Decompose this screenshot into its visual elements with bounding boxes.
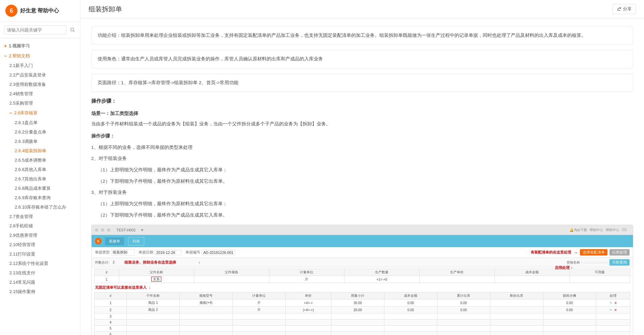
sim-assembly-btn[interactable]: 选择装配清单 <box>580 249 607 256</box>
sim-app-header: 6 新建单 列表 <box>92 235 633 247</box>
sidebar-item-s2[interactable]: − 2.帮助文档 <box>0 51 80 61</box>
sidebar-item-s1[interactable]: + 1.视频学习 <box>0 41 80 51</box>
app-logo: 6 <box>5 5 17 17</box>
sim-no-label: 单据编号 <box>185 250 200 255</box>
info-block-role: 使用角色：通常由生产人员或库管人员完成拆装业务的操作，库管人员确认原材料的出库和… <box>91 50 633 68</box>
sidebar-item-s2-13[interactable]: 2.13在线支付 <box>9 268 80 278</box>
expand-icon-s1: + <box>4 43 7 49</box>
sidebar-item-s2-6-8[interactable]: 2.6.8商品成本重算 <box>15 184 80 193</box>
sim-sub-label: 件数合计: <box>95 260 109 265</box>
search-button[interactable] <box>68 25 76 35</box>
sim-col-avail: 可用量 <box>570 269 630 276</box>
arrow-right-icon: → <box>573 250 578 255</box>
info-block-intro: 功能介绍：组装拆卸单用来处理企业组装或拆卸等加工业务，支持有固定装配清单的产品加… <box>91 26 633 45</box>
steps-title: 操作步骤： <box>91 132 633 141</box>
sim-date-label: 单据日期 <box>139 250 153 255</box>
scene1-desc: 当由多个子件材料组装成一个成品的业务为【组装】业务，当由一个父件拆分成多个子产品… <box>91 120 633 128</box>
sim-col-qty: 生产数量 <box>344 269 419 276</box>
sim-browser-bar: TEST-H002 ▼ 🔔 App下载 帮助中心 帮助中心 CC <box>92 225 633 235</box>
sim-search-field[interactable] <box>581 262 608 263</box>
nav-list: + 1.视频学习 − 2.帮助文档 2.1新手入门 2.2产品安装及登录 2.3… <box>0 38 80 335</box>
operations-title: 操作步骤： <box>91 98 633 104</box>
sidebar-item-s2-7[interactable]: 2.7资金管理 <box>9 212 80 221</box>
sim-app-logo: 6 <box>95 238 102 244</box>
sim-lower-table-container: # 子件名称 规格型号 计量单位 单价 用量小计 成本金额 累计出库 剩余出库 … <box>92 291 633 335</box>
sim-lower-table: # 子件名称 规格型号 计量单位 单价 用量小计 成本金额 累计出库 剩余出库 … <box>94 292 630 335</box>
sidebar-item-s2-6-9[interactable]: 2.6.9库存账本查询 <box>15 193 80 203</box>
topbar: 组装拆卸单 分享 <box>80 0 644 18</box>
table-row: 1 关系 片 +1=-+0 <box>95 276 630 283</box>
sim-delete-icon2[interactable]: ✕ <box>614 308 617 312</box>
sidebar-item-s2-6[interactable]: − 2.6库存核算 <box>9 108 80 118</box>
sidebar-item-s2-12[interactable]: 2.12系统个性化设置 <box>9 259 80 268</box>
table-row: 6 <box>95 332 630 335</box>
sidebar-item-s2-14[interactable]: 2.14常见问题 <box>9 278 80 287</box>
sidebar: 6 好生意 帮助中心 + 1.视频学习 − 2.帮助文档 2.1新手入门 2 <box>0 0 80 335</box>
search-input[interactable] <box>4 25 66 35</box>
sim-col-price: 生产单价 <box>419 269 494 276</box>
table-row: 4 <box>95 320 630 326</box>
table-row: 1 商品 1 规格(+4) 片 +4=-+ 30.00 0.00 0.00 0.… <box>95 299 630 306</box>
sidebar-subsection-s2: 2.1新手入门 2.2产品安装及登录 2.3使用前数据准备 2.4销售管理 2.… <box>0 61 80 296</box>
sim-sub-val: 3 <box>113 261 115 264</box>
sidebar-section-s2: − 2.帮助文档 2.1新手入门 2.2产品安装及登录 2.3使用前数据准备 2… <box>0 51 80 296</box>
main-content: 组装拆卸单 分享 功能介绍：组装拆卸单用来处理企业组装或拆卸等加工业务，支持有固… <box>80 0 644 335</box>
share-button[interactable]: 分享 <box>612 4 636 14</box>
scene1-title: 场景一：加工类型选择 <box>91 109 633 118</box>
step1: 1、根据不同的业务，选择不同单据的类型来处理 <box>91 143 633 152</box>
info-block-path: 页面路径：1、库存核算->库存管理->组装拆卸单 2、首页->常用功能 <box>91 74 633 92</box>
svg-line-1 <box>73 31 74 32</box>
sidebar-item-label-s2: 2.帮助文档 <box>9 53 30 59</box>
sim-search-field-label: 货物名称 <box>567 260 580 265</box>
sim-action-btn[interactable]: 出库处理 <box>609 249 630 256</box>
table-row: 2 商品 2 片 (+4=-+) 20.00 0.00 0.00 0.00 <box>95 306 630 314</box>
sim-date-value[interactable]: 2019-12-26 <box>155 250 181 255</box>
sidebar-item-s2-10[interactable]: 2.10经营管理 <box>9 240 80 249</box>
search-area <box>0 22 80 38</box>
sim-subheader: 件数合计: 3 组装业务、拆卸业务在这里选择 ↑ 货物名称 关联查询 启用处理 <box>92 258 633 267</box>
step3-1: （1）上部明细为父件明细，最终作为原材料生成其它出库单； <box>91 200 633 208</box>
sim-type-value[interactable]: 组装拆卸 <box>111 249 135 256</box>
sidebar-item-s2-6-10[interactable]: 2.6.10库存账本错了怎么办 <box>15 203 80 212</box>
sim-no-value[interactable]: AD-20191226-001 <box>202 250 235 255</box>
sidebar-item-s2-1[interactable]: 2.1新手入门 <box>9 61 80 70</box>
sidebar-item-s2-6-2[interactable]: 2.6.2分量盘点单 <box>15 127 80 137</box>
app-title: 好生意 帮助中心 <box>20 7 59 14</box>
annotation3: 组装业务、拆卸业务在这里选择 <box>124 260 176 265</box>
arrow-up-icon: ↑ <box>198 261 200 265</box>
sim-tab-list[interactable]: 列表 <box>128 237 144 245</box>
sidebar-item-s2-6-5[interactable]: 2.6.5成本调整单 <box>15 156 80 165</box>
sidebar-item-s2-9[interactable]: 2.9优惠券管理 <box>9 231 80 240</box>
sidebar-item-s2-6-1[interactable]: 2.6.1盘点单 <box>15 118 80 127</box>
sidebar-item-s2-6-4[interactable]: 2.6.4组装拆卸单 <box>15 146 80 156</box>
sim-col-parent-name: 父件名称 <box>119 269 194 276</box>
sidebar-item-s2-11[interactable]: 2.11打印设置 <box>9 249 80 259</box>
content-area: 功能介绍：组装拆卸单用来处理企业组装或拆卸等加工业务，支持有固定装配清单的产品加… <box>80 18 644 335</box>
sidebar-item-s2-3[interactable]: 2.3使用前数据准备 <box>9 80 80 89</box>
table-row: 3 <box>95 314 630 320</box>
sim-delete-icon[interactable]: ✕ <box>614 301 617 305</box>
sidebar-item-s2-15[interactable]: 2.15操作案例 <box>9 287 80 296</box>
sim-upper-table-container: # 父件名称 父件规格 计量单位 生产数量 生产单价 成本金额 可用量 <box>92 267 633 284</box>
screenshot-container: TEST-H002 ▼ 🔔 App下载 帮助中心 帮助中心 CC 6 新建单 列… <box>91 225 633 335</box>
sidebar-item-s2-6-6[interactable]: 2.6.6其他入库单 <box>15 165 80 174</box>
role-text: 使用角色：通常由生产人员或库管人员完成拆装业务的操作，库管人员确认原材料的出库和… <box>98 56 323 61</box>
share-icon <box>617 7 622 11</box>
sim-search-btn[interactable]: 关联查询 <box>609 259 630 266</box>
sim-tab-new[interactable]: 新建单 <box>105 237 124 245</box>
sim-col-parent-spec: 父件规格 <box>194 269 269 276</box>
sidebar-item-s2-8[interactable]: 2.8手机旺铺 <box>9 221 80 231</box>
sidebar-item-s2-6-7[interactable]: 2.6.7其他出库单 <box>15 174 80 184</box>
share-label: 分享 <box>623 6 632 12</box>
annotation4: 启用处理 <box>555 266 570 270</box>
step2-2: （2）下部明细为子件明细，最终作为原材料生成其它出库单。 <box>91 177 633 186</box>
sidebar-item-s2-2[interactable]: 2.2产品安装及登录 <box>9 70 80 80</box>
sidebar-subsection-s2-6: 2.6.1盘点单 2.6.2分量盘点单 2.6.3调拨单 2.6.4组装拆卸单 … <box>9 118 80 212</box>
sim-edit-icon2[interactable]: ✎ <box>609 308 612 312</box>
sidebar-item-s2-4[interactable]: 2.4销售管理 <box>9 89 80 99</box>
sidebar-item-s2-6-3[interactable]: 2.6.3调拨单 <box>15 137 80 146</box>
sim-edit-icon[interactable]: ✎ <box>609 301 612 305</box>
sidebar-item-s2-5[interactable]: 2.5采购管理 <box>9 99 80 108</box>
page-title: 组装拆卸单 <box>89 5 122 14</box>
sim-parent-name-cell[interactable]: 关系 <box>151 277 161 282</box>
